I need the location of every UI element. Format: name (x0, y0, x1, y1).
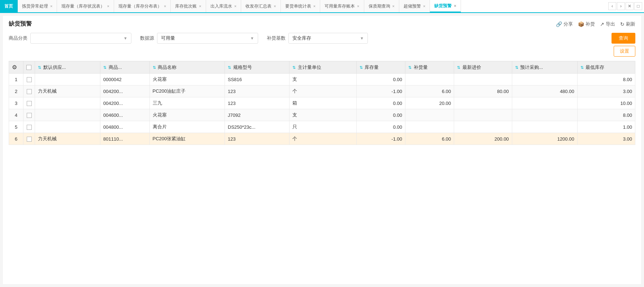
tab-stock-status[interactable]: 现存量（库存状况表） × (57, 0, 114, 12)
row-checkbox-1[interactable] (23, 74, 35, 85)
query-button[interactable]: 查询 (612, 33, 635, 44)
column-code[interactable]: ⇅ 商品... (100, 61, 150, 74)
row-stock-4: 0.00 (356, 109, 405, 121)
row-select-checkbox-2[interactable] (27, 89, 32, 94)
row-unit-4: 支 (290, 109, 356, 121)
est-purchase-sort-icon: ⇅ (515, 65, 518, 70)
tab-receive-summary[interactable]: 收发存汇总表 × (241, 0, 280, 12)
export-button[interactable]: ↗ 导出 (600, 21, 615, 27)
restock-qty-sort-icon: ⇅ (408, 65, 412, 70)
row-checkbox-6[interactable] (23, 133, 35, 145)
row-unit-6: 个 (290, 133, 356, 145)
settings-button[interactable]: 设置 (614, 46, 635, 57)
row-restock-qty-4 (405, 109, 454, 121)
row-checkbox-2[interactable] (23, 85, 35, 97)
table-row: 5 004800... 离合片 DS250*23c... 只 0.00 1.00 (9, 121, 635, 133)
row-index-3: 3 (9, 97, 23, 109)
tab-in-out-flow[interactable]: 出入库流水 × (206, 0, 241, 12)
tab-close-expiry-query[interactable]: × (392, 4, 395, 8)
row-select-checkbox-1[interactable] (27, 77, 32, 82)
column-stock[interactable]: ⇅ 库存量 (356, 61, 405, 74)
tab-maximize-button[interactable]: □ (634, 2, 642, 10)
row-checkbox-4[interactable] (23, 109, 35, 121)
column-select-all[interactable] (23, 61, 35, 74)
row-est-purchase-2: 480.00 (512, 85, 577, 97)
tab-close-batch-account[interactable]: × (199, 4, 201, 8)
row-code-1: 0000042 (100, 74, 150, 85)
datasource-select[interactable]: 可用量 ▼ (157, 33, 258, 44)
row-supplier-2: 力天机械 (35, 85, 100, 97)
row-name-4: 火花塞 (149, 109, 225, 121)
tab-home[interactable]: 首页 (0, 0, 18, 12)
select-all-checkbox[interactable] (26, 65, 31, 70)
column-unit[interactable]: ⇅ 主计量单位 (290, 61, 356, 74)
data-table: ⚙ ⇅ 默认供应... ⇅ 商品... ⇅ 商品名称 ⇅ (9, 61, 635, 145)
column-name[interactable]: ⇅ 商品名称 (149, 61, 225, 74)
row-checkbox-3[interactable] (23, 97, 35, 109)
column-gear[interactable]: ⚙ (9, 61, 23, 74)
page-header: 缺货预警 🔗 分享 📦 补货 ↗ 导出 ↻ 刷新 (9, 20, 635, 28)
tab-available-ledger[interactable]: 可用量库存账本 × (320, 0, 364, 12)
tab-next-button[interactable]: › (617, 2, 625, 10)
row-stock-3: 0.00 (356, 97, 405, 109)
row-est-purchase-6: 1200.00 (512, 133, 577, 145)
row-checkbox-5[interactable] (23, 121, 35, 133)
tab-demand-stats[interactable]: 要货单统计表 × (281, 0, 320, 12)
tab-shortage[interactable]: 缺货预警 × (430, 0, 461, 12)
tab-pick-exception[interactable]: 拣货异常处理 × (18, 0, 57, 12)
column-restock-qty[interactable]: ⇅ 补货量 (405, 61, 454, 74)
tab-expiry-query[interactable]: 保质期查询 × (364, 0, 399, 12)
gear-icon: ⚙ (12, 64, 17, 70)
row-index-5: 5 (9, 121, 23, 133)
restock-base-dropdown-icon: ▼ (360, 36, 364, 40)
restock-button[interactable]: 📦 补货 (578, 21, 595, 27)
tab-close-all-button[interactable]: ✕ (626, 2, 634, 10)
row-select-checkbox-3[interactable] (27, 101, 32, 106)
row-stock-5: 0.00 (356, 121, 405, 133)
share-icon: 🔗 (556, 21, 562, 27)
refresh-button[interactable]: ↻ 刷新 (620, 21, 635, 27)
column-spec[interactable]: ⇅ 规格型号 (225, 61, 290, 74)
row-select-checkbox-4[interactable] (27, 113, 32, 118)
tab-close-in-out-flow[interactable]: × (234, 4, 236, 8)
column-latest-price[interactable]: ⇅ 最新进价 (454, 61, 512, 74)
row-est-purchase-4 (512, 109, 577, 121)
tab-close-receive-summary[interactable]: × (274, 4, 276, 8)
tab-close-stock-dist[interactable]: × (164, 4, 166, 8)
column-min-stock[interactable]: ⇅ 最低库存 (577, 61, 635, 74)
tab-close-pick-exception[interactable]: × (50, 4, 52, 8)
row-restock-qty-5 (405, 121, 454, 133)
row-latest-price-2: 80.00 (454, 85, 512, 97)
unit-sort-icon: ⇅ (292, 65, 296, 70)
restock-base-label: 补货基数 (267, 35, 286, 41)
column-est-purchase[interactable]: ⇅ 预计采购... (512, 61, 577, 74)
row-select-checkbox-6[interactable] (27, 137, 32, 142)
row-supplier-6: 力天机械 (35, 133, 100, 145)
tab-close-overstock[interactable]: × (423, 4, 425, 8)
table-row: 6 力天机械 801110... PC200张紧油缸 123 个 -1.00 6… (9, 133, 635, 145)
tab-batch-account[interactable]: 库存批次账 × (171, 0, 206, 12)
row-min-stock-1: 8.00 (577, 74, 635, 85)
tab-close-stock-status[interactable]: × (107, 4, 109, 8)
name-sort-icon: ⇅ (153, 65, 156, 70)
tab-stock-dist[interactable]: 现存量（库存分布表） × (114, 0, 171, 12)
supplier-sort-icon: ⇅ (38, 65, 41, 70)
tab-prev-button[interactable]: ‹ (608, 2, 616, 10)
latest-price-sort-icon: ⇅ (457, 65, 460, 70)
tab-close-shortage[interactable]: × (454, 4, 456, 8)
tab-close-demand-stats[interactable]: × (313, 4, 316, 8)
restock-base-select[interactable]: 安全库存 ▼ (288, 33, 368, 44)
row-spec-6: 123 (225, 133, 290, 145)
category-label: 商品分类 (9, 35, 27, 41)
share-button[interactable]: 🔗 分享 (556, 21, 573, 27)
category-select[interactable]: ▼ (30, 33, 131, 44)
tab-close-available-ledger[interactable]: × (357, 4, 359, 8)
column-supplier[interactable]: ⇅ 默认供应... (35, 61, 100, 74)
row-supplier-1 (35, 74, 100, 85)
row-est-purchase-1 (512, 74, 577, 85)
row-select-checkbox-5[interactable] (27, 125, 32, 130)
tab-overstock[interactable]: 超储预警 × (399, 0, 430, 12)
row-spec-5: DS250*23c... (225, 121, 290, 133)
spec-sort-icon: ⇅ (228, 65, 231, 70)
category-filter-group: 商品分类 ▼ (9, 33, 131, 44)
